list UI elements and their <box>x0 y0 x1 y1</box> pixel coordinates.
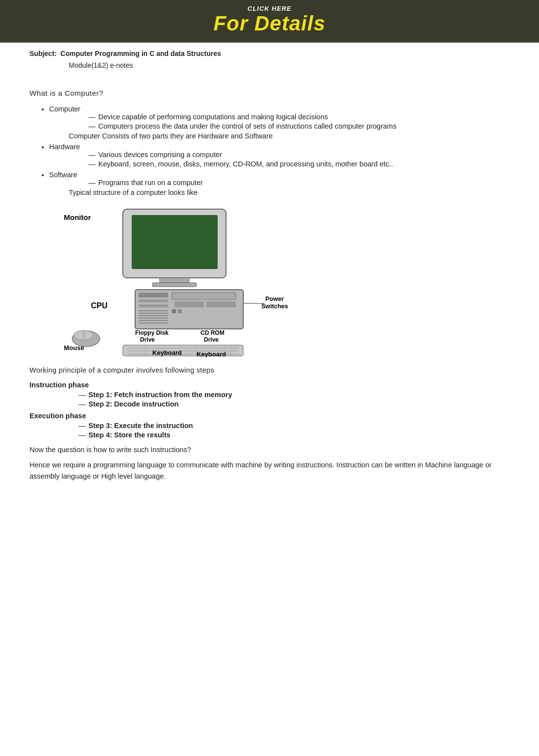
page-header[interactable]: CLICK HERE For Details <box>0 0 539 42</box>
bullet-software: Software Programs that run on a computer… <box>49 171 510 196</box>
svg-text:CD ROM: CD ROM <box>200 329 225 336</box>
main-bullet-list: Computer Device capable of performing co… <box>49 105 510 196</box>
subject-label: Subject: <box>29 50 57 57</box>
subject-line: Subject: Computer Programming in C and d… <box>29 50 510 57</box>
bullet-computer-label: Computer <box>49 105 81 113</box>
bullet-software-label: Software <box>49 171 77 179</box>
dash-various: Various devices comprising a computer <box>88 151 510 159</box>
svg-rect-1 <box>132 215 218 269</box>
svg-text:Floppy Disk: Floppy Disk <box>135 329 169 336</box>
svg-text:Mouse: Mouse <box>64 344 84 351</box>
software-dash-list: Programs that run on a computer <box>88 179 510 187</box>
conclusion-text: Hence we require a programming language … <box>29 459 510 482</box>
hardware-dash-list: Various devices comprising a computer Ke… <box>88 151 510 168</box>
svg-rect-2 <box>160 278 189 283</box>
execution-phase-heading: Execution phase <box>29 412 510 420</box>
step-3: Step 3: Execute the instruction <box>79 422 510 430</box>
bullet-hardware-label: Hardware <box>49 143 80 151</box>
step-4: Step 4: Store the results <box>79 431 510 439</box>
step-1: Step 1: Fetch instruction from the memor… <box>79 391 510 399</box>
instruction-steps: Step 1: Fetch instruction from the memor… <box>79 391 510 408</box>
svg-rect-7 <box>139 304 168 307</box>
svg-text:Keyboard: Keyboard <box>197 351 226 357</box>
svg-rect-6 <box>139 299 168 302</box>
dash-programs-run: Programs that run on a computer <box>88 179 510 187</box>
question-heading: What is a Computer? <box>29 89 510 97</box>
svg-text:Switches: Switches <box>261 303 288 310</box>
svg-rect-11 <box>172 309 176 313</box>
diagram-svg: Monitor <box>59 205 334 357</box>
dash-keyboard: Keyboard, screen, mouse, disks, memory, … <box>88 160 510 168</box>
svg-text:Keyboard: Keyboard <box>152 349 182 356</box>
instruction-phase-heading: Instruction phase <box>29 381 510 389</box>
for-details-title: For Details <box>0 12 539 35</box>
subject-value: Computer Programming in C and data Struc… <box>60 50 221 57</box>
monitor-label: Monitor <box>64 213 91 221</box>
svg-rect-10 <box>206 301 236 307</box>
typical-structure-note: Typical structure of a computer looks li… <box>69 189 510 196</box>
working-principle-heading: Working principle of a computer involves… <box>29 366 510 374</box>
note-text: Now the question is how to write such In… <box>29 446 510 454</box>
computer-note: Computer Consists of two parts they are … <box>69 132 510 140</box>
execution-steps: Step 3: Execute the instruction Step 4: … <box>79 422 510 439</box>
dash-computations: Device capable of performing computation… <box>88 113 510 121</box>
svg-text:Drive: Drive <box>140 336 155 343</box>
computer-dash-list: Device capable of performing computation… <box>88 113 510 130</box>
svg-text:CPU: CPU <box>91 301 108 310</box>
svg-rect-9 <box>174 301 204 307</box>
svg-rect-12 <box>178 309 182 313</box>
svg-text:Power: Power <box>265 296 284 302</box>
svg-rect-3 <box>152 283 197 287</box>
svg-rect-8 <box>172 293 236 299</box>
main-content: Subject: Computer Programming in C and d… <box>0 43 539 502</box>
svg-text:Drive: Drive <box>204 336 219 343</box>
bullet-computer: Computer Device capable of performing co… <box>49 105 510 140</box>
module-line: Module(1&2) e-notes <box>69 61 510 69</box>
click-here-text: CLICK HERE <box>0 5 539 12</box>
step-2: Step 2: Decode instruction <box>79 400 510 408</box>
bullet-hardware: Hardware Various devices comprising a co… <box>49 143 510 168</box>
dash-programs: Computers process the data under the con… <box>88 122 510 130</box>
computer-diagram: Monitor <box>59 205 334 357</box>
svg-rect-5 <box>139 293 168 297</box>
